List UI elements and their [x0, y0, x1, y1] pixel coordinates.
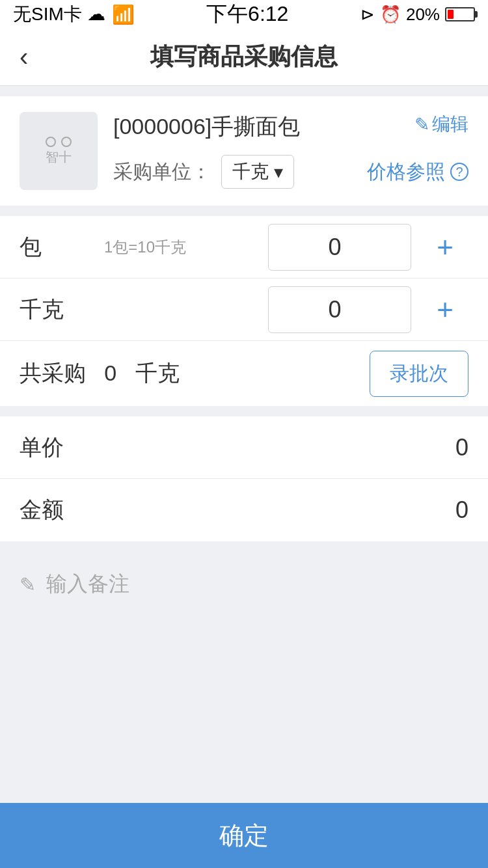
- kg-input-area: +: [98, 286, 468, 333]
- mid-divider-2: [0, 406, 488, 416]
- status-time: 下午6:12: [206, 0, 288, 29]
- record-batch-button[interactable]: 录批次: [370, 351, 468, 397]
- edit-button[interactable]: ✎ 编辑: [414, 112, 468, 137]
- wifi-icon: 📶: [112, 4, 135, 25]
- kg-row: 千克 +: [0, 278, 488, 341]
- mid-divider-1: [0, 206, 488, 216]
- location-icon: ⊳: [360, 5, 375, 25]
- product-logo: 智十: [46, 137, 72, 166]
- summary-row: 共采购 0 千克 录批次: [0, 341, 488, 406]
- product-header: [0000006]手撕面包 ✎ 编辑: [113, 112, 468, 142]
- product-image: 智十: [20, 112, 98, 190]
- confirm-label: 确定: [219, 819, 269, 852]
- price-ref-label: 价格参照: [367, 159, 445, 185]
- edit-icon: ✎: [414, 114, 429, 135]
- kg-input[interactable]: [268, 286, 411, 333]
- amount-value: 0: [455, 496, 468, 524]
- price-reference-button[interactable]: 价格参照 ?: [367, 159, 468, 185]
- unit-price-value: 0: [455, 434, 468, 461]
- amount-row: 金额 0: [0, 479, 488, 541]
- battery-icon: [445, 7, 475, 21]
- bag-row: 包 1包=10千克 +: [0, 216, 488, 278]
- nav-bar: ‹ 填写商品采购信息: [0, 29, 488, 86]
- bag-plus-button[interactable]: +: [422, 224, 468, 271]
- top-divider: [0, 86, 488, 96]
- product-unit-row: 采购单位： 千克 ▾ 价格参照 ?: [113, 155, 468, 189]
- page-title: 填写商品采购信息: [150, 41, 338, 73]
- logo-text: 智十: [46, 148, 72, 166]
- alarm-icon: ⏰: [380, 5, 401, 25]
- sim-label: 无SIM卡 ☁: [13, 2, 105, 27]
- summary-unit: 千克: [135, 360, 180, 385]
- pencil-icon: ✎: [20, 573, 36, 596]
- battery-percent: 20%: [406, 5, 440, 25]
- summary-amount: 0: [104, 360, 116, 385]
- product-info: [0000006]手撕面包 ✎ 编辑 采购单位： 千克 ▾ 价格参照 ?: [113, 112, 468, 189]
- bag-input[interactable]: [268, 224, 411, 271]
- unit-label: 采购单位：: [113, 159, 211, 185]
- mid-divider-3: [0, 541, 488, 552]
- amount-label: 金额: [20, 495, 64, 525]
- unit-dropdown[interactable]: 千克 ▾: [221, 155, 294, 189]
- status-left: 无SIM卡 ☁ 📶: [13, 2, 135, 27]
- info-icon: ?: [450, 163, 468, 181]
- summary-label: 共采购: [20, 360, 86, 385]
- dropdown-arrow-icon: ▾: [274, 161, 283, 183]
- kg-plus-button[interactable]: +: [422, 286, 468, 333]
- unit-price-label: 单价: [20, 433, 64, 463]
- unit-price-row: 单价 0: [0, 416, 488, 479]
- unit-selector-area: 采购单位： 千克 ▾: [113, 155, 294, 189]
- product-name: [0000006]手撕面包: [113, 112, 300, 142]
- status-bar: 无SIM卡 ☁ 📶 下午6:12 ⊳ ⏰ 20%: [0, 0, 488, 29]
- status-right: ⊳ ⏰ 20%: [360, 5, 475, 25]
- summary-text: 共采购 0 千克: [20, 359, 180, 388]
- bag-sublabel: 1包=10千克: [104, 237, 186, 258]
- kg-label: 千克: [20, 295, 98, 325]
- edit-label: 编辑: [432, 112, 468, 137]
- form-section: 包 1包=10千克 + 千克 +: [0, 216, 488, 341]
- note-section[interactable]: ✎ 输入备注: [0, 552, 488, 617]
- back-button[interactable]: ‹: [20, 36, 41, 78]
- note-placeholder: 输入备注: [46, 570, 129, 599]
- bag-input-area: +: [186, 224, 468, 271]
- main-content: 智十 [0000006]手撕面包 ✎ 编辑 采购单位： 千克 ▾: [0, 86, 488, 868]
- product-card: 智十 [0000006]手撕面包 ✎ 编辑 采购单位： 千克 ▾: [0, 96, 488, 206]
- bag-label: 包: [20, 232, 98, 262]
- confirm-button[interactable]: 确定: [0, 803, 488, 868]
- unit-value: 千克: [232, 159, 269, 184]
